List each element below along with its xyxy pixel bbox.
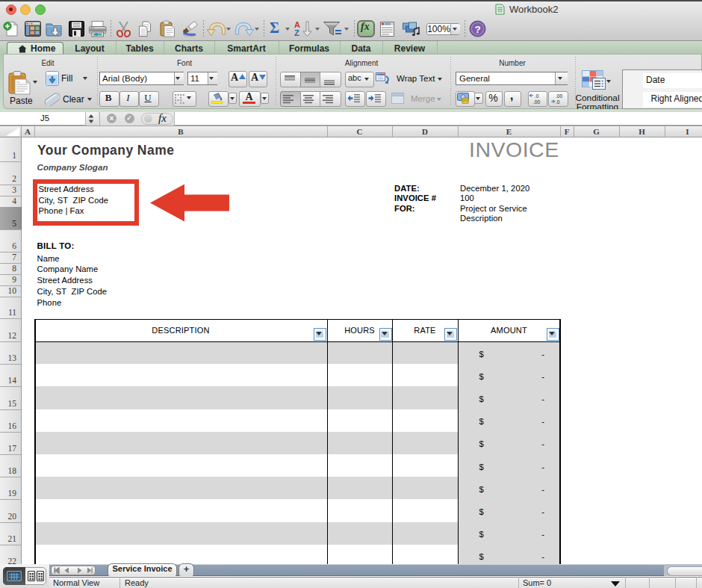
- svg-text:.0: .0: [535, 93, 539, 99]
- svg-text:?: ?: [474, 24, 480, 35]
- svg-text:.00: .00: [556, 93, 562, 99]
- svg-text:.00: .00: [533, 99, 540, 104]
- svg-text:.0: .0: [556, 99, 560, 104]
- svg-text:Z: Z: [294, 28, 299, 37]
